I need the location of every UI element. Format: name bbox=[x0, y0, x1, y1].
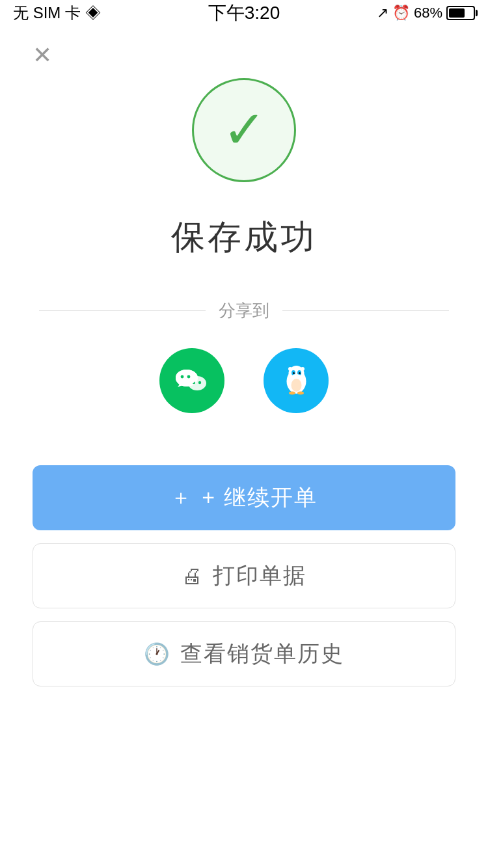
print-label: 打印单据 bbox=[213, 561, 306, 591]
printer-icon: 🖨 bbox=[182, 564, 204, 588]
svg-point-9 bbox=[181, 375, 184, 379]
sim-status: 无 SIM 卡 ◈ bbox=[13, 3, 101, 23]
svg-point-24 bbox=[301, 367, 305, 371]
history-button[interactable]: 🕐 查看销货单历史 bbox=[33, 621, 455, 686]
close-icon: ✕ bbox=[33, 44, 52, 67]
qq-icon bbox=[278, 363, 314, 399]
print-button[interactable]: 🖨 打印单据 bbox=[33, 543, 455, 608]
svg-point-23 bbox=[288, 367, 292, 371]
battery-icon bbox=[446, 6, 475, 20]
svg-point-21 bbox=[289, 391, 295, 394]
svg-point-22 bbox=[297, 391, 304, 394]
continue-order-label: + 继续开单 bbox=[202, 483, 317, 513]
battery-fill bbox=[449, 8, 465, 18]
plus-icon: ＋ bbox=[170, 483, 193, 512]
divider-line-left bbox=[39, 310, 206, 311]
status-time: 下午3:20 bbox=[208, 1, 280, 25]
location-icon: ↗ bbox=[377, 5, 388, 21]
share-icons-container bbox=[159, 348, 329, 413]
checkmark-icon: ✓ bbox=[223, 104, 266, 156]
success-circle: ✓ bbox=[192, 78, 296, 182]
divider-line-right bbox=[282, 310, 449, 311]
clock-icon: 🕐 bbox=[144, 642, 171, 666]
status-left: 无 SIM 卡 ◈ bbox=[13, 3, 101, 23]
svg-point-8 bbox=[176, 370, 197, 385]
svg-point-10 bbox=[187, 375, 191, 379]
status-bar: 无 SIM 卡 ◈ 下午3:20 ↗ ⏰ 68% bbox=[0, 0, 488, 26]
qq-share-button[interactable] bbox=[264, 348, 329, 413]
share-label: 分享到 bbox=[206, 299, 282, 322]
action-buttons: ＋ + 继续开单 🖨 打印单据 🕐 查看销货单历史 bbox=[0, 465, 488, 686]
success-title: 保存成功 bbox=[171, 215, 317, 260]
share-divider: 分享到 bbox=[0, 299, 488, 322]
battery-percentage: 68% bbox=[414, 5, 442, 21]
history-label: 查看销货单历史 bbox=[180, 639, 344, 669]
status-right: ↗ ⏰ 68% bbox=[377, 5, 475, 21]
wechat-share-button[interactable] bbox=[159, 348, 224, 413]
alarm-icon: ⏰ bbox=[392, 5, 410, 21]
svg-point-16 bbox=[293, 372, 295, 374]
svg-point-17 bbox=[299, 372, 301, 374]
svg-point-20 bbox=[291, 379, 301, 392]
close-button[interactable]: ✕ bbox=[26, 39, 59, 72]
wechat-icon bbox=[172, 361, 211, 400]
main-content: ✓ 保存成功 分享到 bbox=[0, 26, 488, 686]
continue-order-button[interactable]: ＋ + 继续开单 bbox=[33, 465, 455, 530]
svg-point-7 bbox=[198, 381, 201, 384]
